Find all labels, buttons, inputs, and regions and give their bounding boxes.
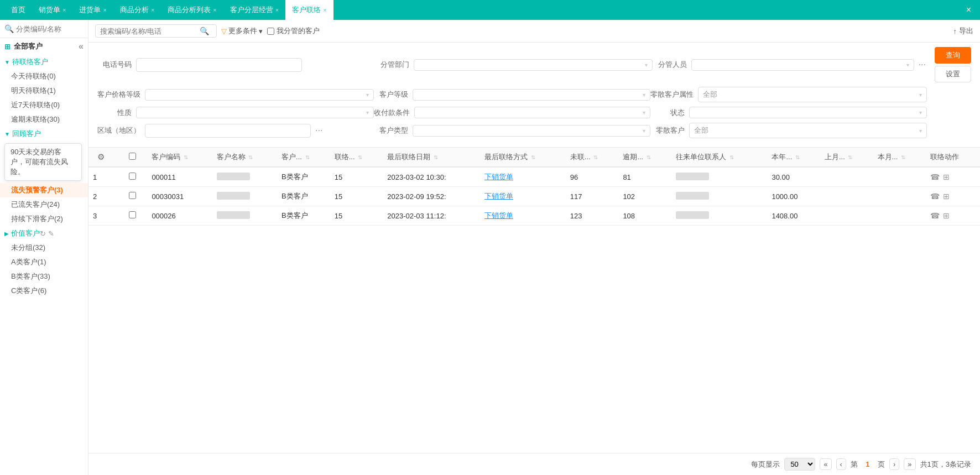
edit-icon[interactable]: ✎: [48, 229, 54, 238]
filter-more-icon[interactable]: ···: [914, 60, 930, 70]
row-checkbox[interactable]: [129, 192, 136, 199]
select-all-checkbox[interactable]: [129, 153, 136, 160]
nav-customer-tier-close[interactable]: ×: [275, 7, 279, 13]
sidebar-item-warning[interactable]: 流失预警客户(3): [0, 183, 88, 197]
cell-last-method[interactable]: 下销货单: [480, 206, 566, 226]
nav-customer-contact[interactable]: 客户联络 ×: [285, 0, 333, 20]
next-page-button[interactable]: ›: [889, 458, 899, 470]
sidebar-item-class-c[interactable]: C类客户(6): [0, 284, 88, 298]
sidebar-root[interactable]: ⊞ 全部客户 «: [0, 38, 88, 55]
nav-product-list[interactable]: 商品分析列表 ×: [161, 0, 223, 20]
nav-purchase[interactable]: 进货单 ×: [72, 0, 113, 20]
row-checkbox[interactable]: [129, 173, 136, 180]
th-last-method-label: 最后联络方式: [484, 153, 528, 161]
contact-action-icon[interactable]: ☎: [930, 192, 940, 201]
th-this-month[interactable]: 本月... ⇅: [873, 148, 926, 167]
method-link[interactable]: 下销货单: [484, 211, 513, 220]
settings-gear-icon[interactable]: ⚙: [93, 151, 109, 163]
more-action-icon[interactable]: ⊞: [943, 173, 950, 181]
my-customers-checkbox[interactable]: [267, 28, 274, 35]
nav-purchase-close[interactable]: ×: [103, 7, 106, 13]
sidebar-collapse-btn[interactable]: «: [79, 41, 84, 51]
method-link[interactable]: 下销货单: [484, 192, 513, 200]
current-page-label: 第: [851, 460, 858, 469]
export-button[interactable]: ↑ 导出: [953, 26, 974, 36]
sidebar-item-today[interactable]: 今天待联络(0): [0, 69, 88, 83]
filter-retail-customer: 零散客户 全部 ▾: [650, 123, 927, 138]
more-action-icon[interactable]: ⊞: [943, 211, 950, 220]
cell-last-method[interactable]: 下销货单: [480, 187, 566, 206]
th-this-year[interactable]: 本年... ⇅: [767, 148, 820, 167]
filter-dept-select[interactable]: ▾: [414, 59, 653, 71]
filter-region-input[interactable]: [145, 124, 311, 138]
last-page-button[interactable]: »: [904, 458, 915, 470]
th-check[interactable]: [124, 148, 148, 167]
nav-product-analysis-close[interactable]: ×: [151, 7, 154, 13]
nav-customer-contact-close[interactable]: ×: [323, 7, 326, 13]
row-checkbox[interactable]: [129, 211, 136, 218]
filter-manager-select[interactable]: ▾: [691, 59, 914, 71]
per-page-select[interactable]: 50 100 200: [784, 458, 815, 471]
filter-price-grade-select[interactable]: ▾: [145, 89, 374, 101]
cell-index: 2: [88, 187, 124, 206]
my-customers-checkbox-label[interactable]: 我分管的客户: [267, 26, 320, 36]
filter-phone-input[interactable]: [136, 58, 302, 72]
search-button[interactable]: 🔍: [200, 27, 209, 35]
first-page-button[interactable]: «: [820, 458, 831, 470]
th-overdue[interactable]: 逾期... ⇅: [618, 148, 671, 167]
method-link[interactable]: 下销货单: [484, 173, 513, 181]
th-last-month[interactable]: 上月... ⇅: [820, 148, 873, 167]
th-type[interactable]: 客户... ⇅: [277, 148, 330, 167]
filter-retail-attr-select[interactable]: 全部 ▾: [698, 87, 927, 102]
filter-customer-type-select[interactable]: ▾: [413, 125, 650, 137]
more-conditions-button[interactable]: ▽ 更多条件 ▾: [221, 26, 263, 36]
query-button[interactable]: 查询: [935, 47, 971, 64]
nav-product-analysis[interactable]: 商品分析 ×: [113, 0, 161, 20]
nav-sales-close[interactable]: ×: [62, 7, 66, 13]
filter-status-select[interactable]: ▾: [689, 107, 927, 118]
nav-customer-tier[interactable]: 客户分层经营 ×: [223, 0, 285, 20]
contact-action-icon[interactable]: ☎: [930, 173, 940, 181]
th-not-contacted[interactable]: 未联... ⇅: [566, 148, 619, 167]
th-unit-contact[interactable]: 往来单位联系人 ⇅: [671, 148, 767, 167]
th-last-date[interactable]: 最后联络日期 ⇅: [383, 148, 480, 167]
sidebar-section-review[interactable]: ▼ 回顾客户: [0, 127, 88, 141]
prev-page-button[interactable]: ‹: [836, 458, 846, 470]
filter-settings-button[interactable]: 设置: [935, 66, 971, 82]
cell-last-method[interactable]: 下销货单: [480, 167, 566, 187]
sidebar-item-overdue[interactable]: 逾期未联络(30): [0, 112, 88, 127]
filter-dept: 分管部门 ▾: [375, 59, 653, 71]
sidebar-item-tomorrow[interactable]: 明天待联络(1): [0, 83, 88, 98]
more-action-icon[interactable]: ⊞: [943, 192, 950, 201]
sidebar-item-class-b[interactable]: B类客户(33): [0, 269, 88, 284]
refresh-icon[interactable]: ↻: [40, 229, 46, 238]
th-name[interactable]: 客户名称 ⇅: [212, 148, 277, 167]
sidebar-section-value[interactable]: ▶ 价值客户 ↻ ✎: [0, 226, 88, 241]
cell-check[interactable]: [124, 206, 148, 226]
nav-home[interactable]: 首页: [4, 0, 32, 20]
th-code[interactable]: 客户编码 ⇅: [147, 148, 212, 167]
close-all-button[interactable]: ×: [962, 5, 976, 15]
filter-region-more-icon[interactable]: ···: [311, 126, 327, 135]
sidebar-item-class-a[interactable]: A类客户(1): [0, 255, 88, 269]
sidebar-item-week[interactable]: 近7天待联络(0): [0, 98, 88, 112]
nav-product-list-close[interactable]: ×: [213, 7, 216, 13]
sidebar-item-ungrouped[interactable]: 未分组(32): [0, 241, 88, 255]
filter-nature-select[interactable]: ▾: [136, 107, 374, 118]
cell-check[interactable]: [124, 187, 148, 206]
sidebar-item-lost[interactable]: 已流失客户(24): [0, 197, 88, 212]
filter-retail-customer-select[interactable]: 全部 ▾: [689, 123, 927, 138]
sidebar-search-input[interactable]: [16, 25, 88, 33]
search-input[interactable]: [100, 27, 200, 35]
th-settings[interactable]: ⚙: [88, 148, 124, 167]
filter-payment-select[interactable]: ▾: [414, 107, 650, 118]
nav-sales[interactable]: 销货单 ×: [32, 0, 72, 20]
filter-customer-grade-select[interactable]: ▾: [413, 89, 650, 101]
sort-arrows-icon-8: ⇅: [647, 154, 651, 160]
cell-check[interactable]: [124, 167, 148, 187]
sidebar-item-declining[interactable]: 持续下滑客户(2): [0, 212, 88, 226]
th-contact[interactable]: 联络... ⇅: [330, 148, 383, 167]
contact-action-icon[interactable]: ☎: [930, 211, 940, 220]
sidebar-section-pending[interactable]: ▼ 待联络客户: [0, 55, 88, 69]
th-last-method[interactable]: 最后联络方式 ⇅: [480, 148, 566, 167]
